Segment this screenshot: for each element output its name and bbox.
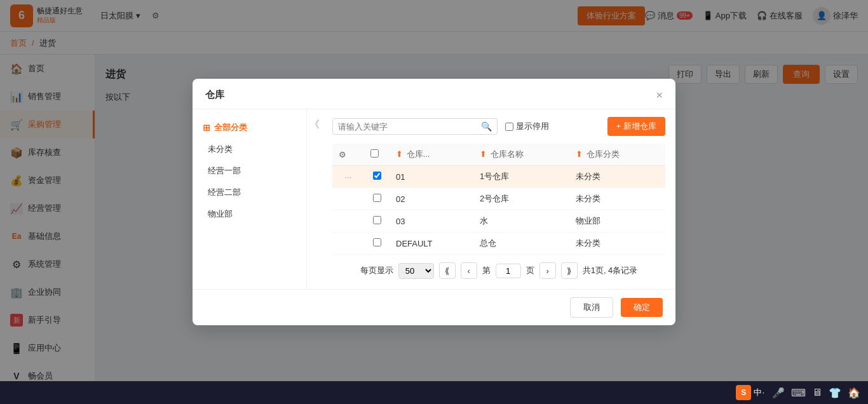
row-checkbox[interactable] <box>373 238 381 246</box>
category-item-dept1[interactable]: 经营一部 <box>193 160 306 182</box>
status-icons-right: 🎤 ⌨ 🖥 👕 🏠 <box>772 387 860 399</box>
grid-icon: ⊞ <box>203 123 210 133</box>
table-header: ⚙ ⬆ 仓库... ⬆ <box>332 144 665 166</box>
keyboard-icon[interactable]: ⌨ <box>791 387 806 399</box>
row-checkbox-cell <box>364 188 390 210</box>
category-item-dept2[interactable]: 经营二部 <box>193 182 306 203</box>
search-box: 🔍 <box>332 118 498 135</box>
modal-body: ⊞ 全部分类 未分类 经营一部 经营二部 物业部 《 🔍 <box>193 109 675 289</box>
row-checkbox[interactable] <box>373 194 381 202</box>
row-category: 未分类 <box>569 232 665 255</box>
th-no: ⬆ 仓库... <box>390 144 473 166</box>
microphone-icon[interactable]: 🎤 <box>772 387 785 399</box>
table-container: ⚙ ⬆ 仓库... ⬆ <box>332 144 665 255</box>
status-brand: S 中· <box>736 385 764 400</box>
category-panel: ⊞ 全部分类 未分类 经营一部 经营二部 物业部 <box>193 109 307 289</box>
row-checkbox-cell <box>364 210 390 232</box>
th-no-label: 仓库... <box>407 149 430 159</box>
row-name: 1号仓库 <box>473 166 569 188</box>
row-name: 2号仓库 <box>473 188 569 210</box>
row-checkbox[interactable] <box>373 216 381 224</box>
row-category: 未分类 <box>569 188 665 210</box>
table-row[interactable]: 02 2号仓库 未分类 <box>332 188 665 210</box>
prev-page-button[interactable]: ‹ <box>461 262 477 279</box>
table-panel: 🔍 显示停用 + 新增仓库 ⚙ <box>322 109 675 289</box>
status-brand-text: 中· <box>754 387 764 398</box>
per-page-label: 每页显示 <box>360 265 393 276</box>
category-item-property[interactable]: 物业部 <box>193 203 306 225</box>
row-no: 03 <box>390 210 473 232</box>
row-name: 总仓 <box>473 232 569 255</box>
show-disabled-checkbox-label[interactable]: 显示停用 <box>505 121 549 132</box>
page-label: 第 <box>482 265 491 276</box>
table-row[interactable]: 03 水 物业部 <box>332 210 665 232</box>
row-no: DEFAULT <box>390 232 473 255</box>
row-no: 01 <box>390 166 473 188</box>
pagination: 每页显示 50 100 ⟪ ‹ 第 页 › ⟫ 共1页, 4条记录 <box>332 255 665 281</box>
table-row[interactable]: DEFAULT 总仓 未分类 <box>332 232 665 255</box>
row-checkbox-cell <box>364 232 390 255</box>
all-categories-label: 全部分类 <box>214 122 247 133</box>
th-name-label: 仓库名称 <box>491 149 524 159</box>
page-suffix: 页 <box>526 265 534 276</box>
search-icon: 🔍 <box>481 121 492 131</box>
modal-footer: 取消 确定 <box>193 289 675 325</box>
first-page-button[interactable]: ⟪ <box>439 262 456 279</box>
house-icon[interactable]: 🏠 <box>848 387 860 399</box>
warehouse-table: ⚙ ⬆ 仓库... ⬆ <box>332 144 665 255</box>
warehouse-modal: 仓库 × ⊞ 全部分类 未分类 经营一部 经营二部 物业部 《 <box>193 79 675 325</box>
page-input[interactable] <box>496 264 521 278</box>
row-name: 水 <box>473 210 569 232</box>
row-category: 物业部 <box>569 210 665 232</box>
row-checkbox[interactable] <box>373 172 381 180</box>
row-no: 02 <box>390 188 473 210</box>
collapse-panel-button[interactable]: 《 <box>307 117 322 132</box>
next-page-button[interactable]: › <box>539 262 556 279</box>
select-all-checkbox[interactable] <box>370 149 379 158</box>
row-checkbox-cell <box>364 166 390 188</box>
show-disabled-checkbox[interactable] <box>505 123 513 131</box>
show-disabled-label: 显示停用 <box>516 121 549 132</box>
table-row[interactable]: ··· 01 1号仓库 未分类 <box>332 166 665 188</box>
row-dots-icon: ··· <box>345 172 352 182</box>
table-toolbar: 🔍 显示停用 + 新增仓库 <box>332 117 665 136</box>
add-warehouse-button[interactable]: + 新增仓库 <box>607 117 665 136</box>
row-category: 未分类 <box>569 166 665 188</box>
th-name: ⬆ 仓库名称 <box>473 144 569 166</box>
gear-icon: ⚙ <box>339 150 346 159</box>
total-label: 共1页, 4条记录 <box>583 265 638 276</box>
row-actions <box>332 188 364 210</box>
th-category-label: 仓库分类 <box>587 149 620 159</box>
all-categories-item[interactable]: ⊞ 全部分类 <box>193 117 306 138</box>
th-category: ⬆ 仓库分类 <box>569 144 665 166</box>
cancel-button[interactable]: 取消 <box>570 297 613 318</box>
row-actions: ··· <box>332 166 364 188</box>
row-actions <box>332 210 364 232</box>
last-page-button[interactable]: ⟫ <box>561 262 578 279</box>
modal-title: 仓库 <box>205 89 224 101</box>
per-page-select[interactable]: 50 100 <box>398 263 434 279</box>
shirt-icon[interactable]: 👕 <box>829 387 841 399</box>
category-item-uncat[interactable]: 未分类 <box>193 138 306 160</box>
monitor-icon[interactable]: 🖥 <box>812 387 822 398</box>
s-icon: S <box>736 385 751 400</box>
modal-close-button[interactable]: × <box>656 90 663 101</box>
th-gear: ⚙ <box>332 144 364 166</box>
row-actions <box>332 232 364 255</box>
modal-overlay: 仓库 × ⊞ 全部分类 未分类 经营一部 经营二部 物业部 《 <box>0 0 868 404</box>
statusbar: S 中· 🎤 ⌨ 🖥 👕 🏠 <box>0 381 868 404</box>
modal-header: 仓库 × <box>193 79 675 109</box>
confirm-button[interactable]: 确定 <box>621 298 663 317</box>
table-body: ··· 01 1号仓库 未分类 02 2号仓库 未分类 <box>332 166 665 255</box>
search-input[interactable] <box>338 122 477 131</box>
th-checkbox <box>364 144 390 166</box>
